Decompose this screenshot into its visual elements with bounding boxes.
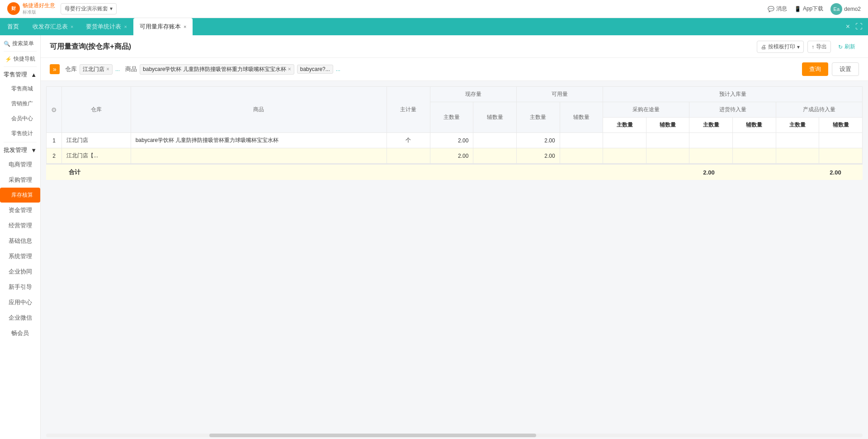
sidebar-item-system[interactable]: 系统管理 [0,249,40,264]
goods-more[interactable]: ... [336,66,340,72]
tab-close-receipt[interactable]: × [71,24,73,29]
row-purchase-main [603,133,646,148]
total-label: 合计 [69,168,105,176]
sidebar-item-inventory[interactable]: 库存核算 [0,188,40,203]
warehouse-label: 仓库 [65,65,77,73]
sidebar-item-wholesale[interactable]: 批发管理 ▼ [0,143,40,157]
logo-area: 财 畅捷通好生意 标准版 [7,2,55,15]
sidebar-item-retail[interactable]: 零售管理 ▲ [0,68,40,81]
sidebar-item-retail-shop[interactable]: 零售商城 [0,81,40,96]
sidebar-search[interactable]: 🔍 搜索菜单 [0,35,40,50]
nav-icon: ⚡ [5,56,12,62]
sidebar-item-app-center[interactable]: 应用中心 [0,295,40,310]
row-product-main [776,148,819,164]
divider-1 [4,51,37,52]
industry-select[interactable]: 母婴行业演示账套 ▾ [61,3,117,14]
message-button[interactable]: 💬 消息 [768,5,787,13]
avail-aux-header: 辅数量 [560,102,603,133]
row-goods [131,148,387,164]
inbound-aux-header: 辅数量 [733,118,776,133]
row-purchase-main [603,148,646,164]
row-stock-aux [473,133,517,148]
page-header: 可用量查询(按仓库+商品) 🖨 按模板打印 ▾ ↑ 导出 ↻ 刷新 [41,35,868,58]
sidebar-item-basic[interactable]: 基础信息 [0,233,40,249]
row-product-aux [819,148,863,164]
sidebar-item-retail-stats[interactable]: 零售统计 [0,126,40,141]
sidebar-item-member2[interactable]: 畅会员 [0,326,40,341]
warehouse-remove[interactable]: × [106,66,109,72]
purchase-aux-header: 辅数量 [646,118,689,133]
sidebar-item-purchase[interactable]: 采购管理 [0,172,40,188]
tab-available-stock[interactable]: 可用量库存账本 × [133,18,193,35]
row-avail-aux [560,148,603,164]
goods-label: 商品 [125,65,137,73]
filter-goods-field: 商品 babycare学饮杯 儿童防摔防撞吸管杯重力球吸嘴杯宝宝水杯 × bab… [125,64,340,75]
warehouse-more[interactable]: ... [115,66,120,72]
tab-bar: 首页 收发存汇总表 × 要货单统计表 × 可用量库存账本 × × ⛶ [0,18,868,35]
warehouse-tag: 江北门店 × [80,64,113,75]
logo-sub: 标准版 [23,9,55,15]
settings-icon[interactable]: ⚙ [51,106,57,113]
sidebar-item-operations[interactable]: 经营管理 [0,218,40,233]
sidebar-item-newbie[interactable]: 新手引导 [0,279,40,295]
tab-close-order[interactable]: × [124,24,127,29]
print-icon: 🖨 [761,44,766,50]
sidebar-item-member[interactable]: 会员中心 [0,111,40,126]
export-icon: ↑ [811,44,814,50]
goods-col-header: 商品 [131,87,387,133]
row-purchase-aux [646,133,689,148]
chevron-down-icon: ▾ [797,44,800,50]
query-button[interactable]: 查询 [802,62,828,76]
tab-close-available[interactable]: × [184,24,186,29]
goods-remove-1[interactable]: × [288,66,291,72]
sidebar-item-enterprise-wechat[interactable]: 企业微信 [0,310,40,326]
sidebar: 🔍 搜索菜单 ⚡ 快捷导航 零售管理 ▲ 零售商城 营销推广 会员中心 零售统计… [0,35,41,439]
tab-order-stats[interactable]: 要货单统计表 × [80,18,133,35]
row-avail-main: 2.00 [517,133,560,148]
product-main-header: 主数量 [776,118,819,133]
template-print-button[interactable]: 🖨 按模板打印 ▾ [757,41,804,53]
sidebar-item-finance[interactable]: 资金管理 [0,203,40,218]
refresh-icon: ↻ [838,44,843,50]
table-area: ⚙ 仓库 商品 主计量 现存量 可用量 预计入库量 主数量 辅数量 主数量 辅数… [41,81,868,432]
settings-col-header: ⚙ [47,87,62,133]
row-warehouse: 江北门店【... [62,148,131,164]
row-product-main [776,133,819,148]
user-menu[interactable]: Ea demo2 [830,3,861,15]
tab-fullscreen[interactable]: ⛶ [854,23,864,31]
table-row: 1 江北门店 babycare学饮杯 儿童防摔防撞吸管杯重力球吸嘴杯宝宝水杯 个… [47,133,863,148]
top-bar-left: 财 畅捷通好生意 标准版 母婴行业演示账套 ▾ [7,2,117,15]
tab-receipt-summary[interactable]: 收发存汇总表 × [26,18,80,35]
filter-bar: » 仓库 江北门店 × ... 商品 babycare学饮杯 儿童防摔防撞吸管杯… [41,58,868,81]
tab-close-all[interactable]: × [844,23,852,31]
sidebar-item-enterprise[interactable]: 企业协同 [0,264,40,279]
table-scrollbar-thumb [209,434,536,437]
row-unit: 个 [387,133,430,148]
row-inbound-aux [733,133,776,148]
app-icon: 📱 [794,6,801,12]
refresh-button[interactable]: ↻ 刷新 [835,41,859,52]
row-goods: babycare学饮杯 儿童防摔防撞吸管杯重力球吸嘴杯宝宝水杯 [131,133,387,148]
avail-main-header: 主数量 [517,102,560,133]
logo-icon: 财 [7,2,20,15]
product-pending-header: 产成品待入量 [776,102,862,118]
inbound-pending-header: 进货待入量 [689,102,776,118]
tab-home[interactable]: 首页 [0,23,26,31]
table-scrollbar[interactable] [46,434,863,437]
total-avail-main: 2.00 [817,169,854,176]
filter-toggle-button[interactable]: » [50,64,60,74]
row-inbound-main [689,148,733,164]
filter-warehouse-field: 仓库 江北门店 × ... [65,64,120,75]
sidebar-quick-nav[interactable]: ⚡ 快捷导航 [0,52,40,66]
chevron-down-icon: ▼ [31,147,37,154]
main-layout: 🔍 搜索菜单 ⚡ 快捷导航 零售管理 ▲ 零售商城 营销推广 会员中心 零售统计… [0,35,868,439]
sidebar-item-ecommerce[interactable]: 电商管理 [0,157,40,172]
export-button[interactable]: ↑ 导出 [807,41,831,53]
message-icon: 💬 [768,6,774,12]
row-seq: 1 [47,133,62,148]
setting-button[interactable]: 设置 [832,62,859,76]
footer-total: 合计 2.00 2.00 [46,164,863,180]
warehouse-col-header: 仓库 [62,87,131,133]
sidebar-item-marketing[interactable]: 营销推广 [0,96,40,111]
app-download-button[interactable]: 📱 App下载 [794,5,823,13]
